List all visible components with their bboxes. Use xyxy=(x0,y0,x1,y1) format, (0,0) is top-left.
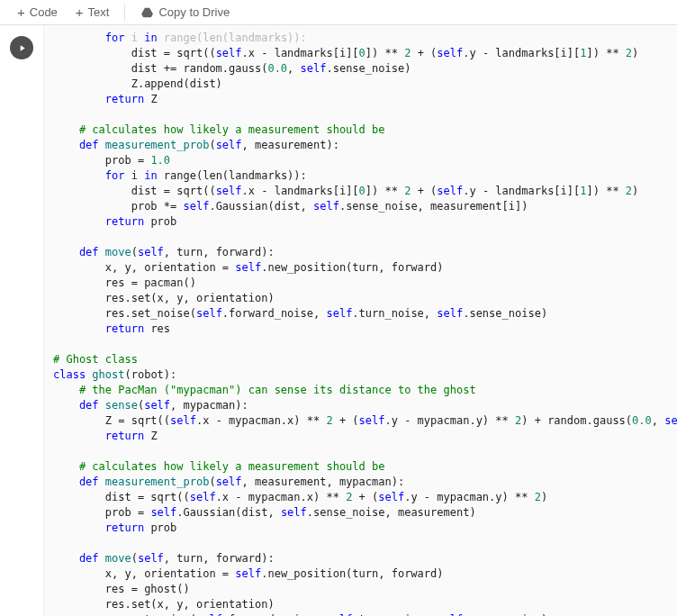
add-code-label: Code xyxy=(30,5,58,19)
main-area: for i in range(len(landmarks)): dist = s… xyxy=(0,25,677,616)
add-text-button[interactable]: + Text xyxy=(68,4,118,21)
toolbar-divider xyxy=(124,5,125,21)
code-editor[interactable]: for i in range(len(landmarks)): dist = s… xyxy=(43,25,677,616)
plus-icon: + xyxy=(17,5,25,19)
copy-to-drive-button[interactable]: Copy to Drive xyxy=(132,4,238,21)
add-text-label: Text xyxy=(88,5,110,19)
drive-icon xyxy=(140,6,154,19)
plus-icon: + xyxy=(76,5,84,19)
add-code-button[interactable]: + Code xyxy=(9,4,66,21)
run-cell-button[interactable] xyxy=(10,36,33,59)
cell-gutter xyxy=(0,25,43,616)
toolbar: + Code + Text Copy to Drive xyxy=(0,0,677,25)
play-icon xyxy=(17,43,27,53)
copy-to-drive-label: Copy to Drive xyxy=(158,5,230,19)
